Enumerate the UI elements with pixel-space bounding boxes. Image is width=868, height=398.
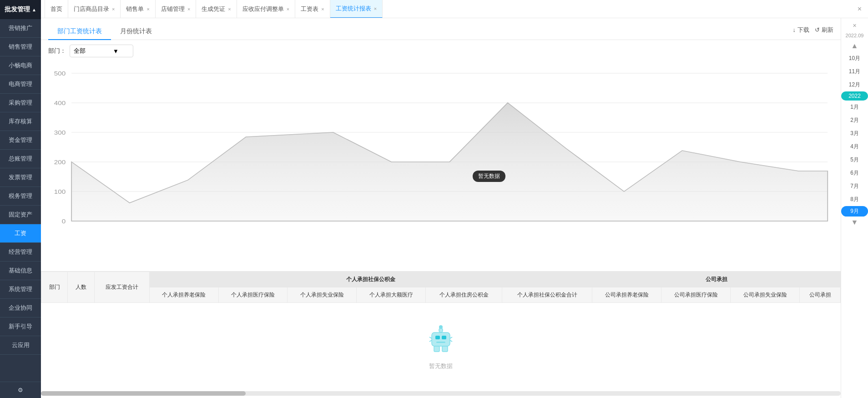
sidebar-item-qiye[interactable]: 企业协同 — [0, 299, 41, 317]
scrollbar-thumb[interactable] — [41, 391, 246, 396]
tab-store-mgmt-label: 店铺管理 — [161, 5, 185, 13]
close-tab-voucher[interactable]: × — [228, 6, 231, 12]
sidebar-item-jichu[interactable]: 基础信息 — [0, 262, 41, 280]
dept-label: 部门： — [48, 47, 66, 55]
download-icon: ↓ — [793, 26, 796, 33]
tab-sales[interactable]: 销售单 × — [121, 0, 155, 18]
sidebar-item-gudingzichan[interactable]: 固定资产 — [0, 206, 41, 224]
dept-select[interactable]: 全部 ▼ — [70, 45, 133, 57]
tab-adjustment-label: 应收应付调整单 — [242, 5, 284, 13]
close-all-button[interactable]: × — [855, 5, 864, 13]
tab-home[interactable]: 首页 — [45, 0, 68, 18]
sidebar-item-shuiwu[interactable]: 税务管理 — [0, 187, 41, 206]
close-tab-salary[interactable]: × — [321, 6, 324, 12]
th-company-unemployment: 公司承担失业保险 — [731, 287, 800, 303]
tab-voucher-label: 生成凭证 — [202, 5, 225, 13]
close-tab-sales[interactable]: × — [146, 6, 149, 12]
sidebar-item-zijin[interactable]: 资金管理 — [0, 131, 41, 150]
refresh-icon: ↺ — [815, 26, 820, 33]
empty-state: 暂无数据 — [41, 303, 841, 388]
timeline-year-2022-badge[interactable]: 2022 — [841, 91, 868, 101]
svg-rect-15 — [435, 336, 440, 339]
th-company-pension: 公司承担养老保险 — [592, 287, 661, 303]
close-timeline-icon[interactable]: × — [853, 22, 856, 29]
download-button[interactable]: ↓ 下载 — [793, 26, 810, 34]
svg-text:500: 500 — [54, 71, 66, 77]
tabbar: 首页 门店商品目录 × 销售单 × 店铺管理 × 生成凭证 × 应收应付调整单 … — [41, 0, 868, 18]
tab-store-mgmt[interactable]: 店铺管理 × — [156, 0, 196, 18]
timeline-month-4[interactable]: 4月 — [841, 140, 868, 153]
sidebar-items: 营销推广 销售管理 小畅电商 电商管理 采购管理 库存核算 资金管理 总账管理 … — [0, 19, 41, 382]
dept-select-value: 全部 — [74, 47, 86, 55]
th-company-medical: 公司承担医疗保险 — [661, 287, 731, 303]
timeline-month-5[interactable]: 5月 — [841, 153, 868, 166]
timeline-month-2[interactable]: 2月 — [841, 114, 868, 127]
timeline-month-9[interactable]: 9月 — [841, 206, 868, 217]
sidebar-item-gongzi[interactable]: 工资 — [0, 224, 41, 243]
sidebar-item-jingying[interactable]: 经营管理 — [0, 243, 41, 262]
svg-text:100: 100 — [54, 189, 66, 195]
tab-salary[interactable]: 工资表 × — [295, 0, 330, 18]
sidebar-item-xiaoshou[interactable]: 销售管理 — [0, 38, 41, 56]
horizontal-scrollbar[interactable] — [41, 391, 841, 396]
timeline-down-nav[interactable]: ▼ — [849, 217, 860, 228]
timeline-month-3[interactable]: 3月 — [841, 127, 868, 140]
svg-text:300: 300 — [54, 130, 66, 136]
sidebar-item-zongzhang[interactable]: 总账管理 — [0, 150, 41, 168]
sidebar-item-caigou[interactable]: 采购管理 — [0, 94, 41, 112]
sub-tab-dept[interactable]: 部门工资统计表 — [48, 24, 111, 40]
close-tab-store-catalog[interactable]: × — [112, 6, 115, 12]
sidebar-settings[interactable]: ⚙ — [0, 382, 41, 398]
table-wrapper[interactable]: 部门 人数 应发工资合计 个人承担社保公积金 公司承担 个人承担养老保险 个人承… — [41, 271, 841, 398]
sidebar-item-xiaochang[interactable]: 小畅电商 — [0, 56, 41, 75]
sidebar: 批发管理 ▲ 营销推广 销售管理 小畅电商 电商管理 采购管理 库存核算 资金管… — [0, 0, 41, 398]
svg-text:400: 400 — [54, 101, 66, 106]
svg-rect-25 — [442, 346, 448, 352]
svg-rect-14 — [432, 333, 450, 346]
sidebar-item-dianshangg[interactable]: 电商管理 — [0, 75, 41, 94]
timeline-month-10[interactable]: 10月 — [841, 52, 868, 65]
sub-tabs: 部门工资统计表 月份统计表 ↓ 下载 ↺ 刷新 — [41, 18, 841, 40]
empty-robot-icon — [423, 321, 459, 358]
tab-adjustment[interactable]: 应收应付调整单 × — [237, 0, 295, 18]
sidebar-item-fapiao[interactable]: 发票管理 — [0, 168, 41, 187]
sidebar-item-yingxiao[interactable]: 营销推广 — [0, 19, 41, 38]
timeline-month-12[interactable]: 12月 — [841, 78, 868, 91]
th-dept: 部门 — [41, 272, 68, 303]
close-tab-salary-report[interactable]: × — [374, 6, 377, 11]
timeline-month-1[interactable]: 1月 — [841, 101, 868, 114]
timeline-month-7[interactable]: 7月 — [841, 180, 868, 193]
close-tab-adjustment[interactable]: × — [287, 6, 289, 12]
th-total-salary: 应发工资合计 — [94, 272, 149, 303]
sidebar-item-yunyingyong[interactable]: 云应用 — [0, 336, 41, 355]
sidebar-item-xitong[interactable]: 系统管理 — [0, 280, 41, 299]
timeline-month-11[interactable]: 11月 — [841, 65, 868, 78]
refresh-button[interactable]: ↺ 刷新 — [815, 26, 833, 34]
th-personal-big-medical: 个人承担大额医疗 — [357, 287, 426, 303]
tab-salary-report[interactable]: 工资统计报表 × — [330, 0, 383, 18]
tab-sales-label: 销售单 — [126, 5, 144, 13]
timeline-month-8[interactable]: 8月 — [841, 193, 868, 206]
svg-text:0: 0 — [62, 219, 66, 225]
th-count: 人数 — [68, 272, 94, 303]
svg-text:200: 200 — [54, 160, 66, 166]
timeline-month-6[interactable]: 6月 — [841, 166, 868, 180]
sub-tab-month[interactable]: 月份统计表 — [111, 24, 161, 40]
sidebar-item-kucun[interactable]: 库存核算 — [0, 112, 41, 131]
sidebar-header[interactable]: 批发管理 ▲ — [0, 0, 41, 19]
timeline-up-nav[interactable]: ▲ — [849, 40, 860, 52]
th-personal-pension: 个人承担养老保险 — [149, 287, 218, 303]
tab-store-catalog-label: 门店商品目录 — [74, 5, 109, 13]
tab-home-label: 首页 — [50, 5, 62, 13]
tab-voucher[interactable]: 生成凭证 × — [196, 0, 237, 18]
right-timeline-panel: × 2022.09 ▲ 10月 11月 12月 2022 1月 2月 3月 4月… — [841, 18, 868, 398]
close-tab-store-mgmt[interactable]: × — [187, 6, 190, 12]
sidebar-item-xinshou[interactable]: 新手引导 — [0, 317, 41, 336]
main-panel: 部门工资统计表 月份统计表 ↓ 下载 ↺ 刷新 部门： 全部 — [41, 18, 841, 398]
content-area: 部门工资统计表 月份统计表 ↓ 下载 ↺ 刷新 部门： 全部 — [41, 18, 868, 398]
refresh-label: 刷新 — [822, 26, 833, 34]
gear-icon: ⚙ — [18, 387, 23, 393]
tab-store-catalog[interactable]: 门店商品目录 × — [68, 0, 121, 18]
empty-text: 暂无数据 — [429, 362, 453, 370]
svg-rect-17 — [436, 342, 445, 343]
